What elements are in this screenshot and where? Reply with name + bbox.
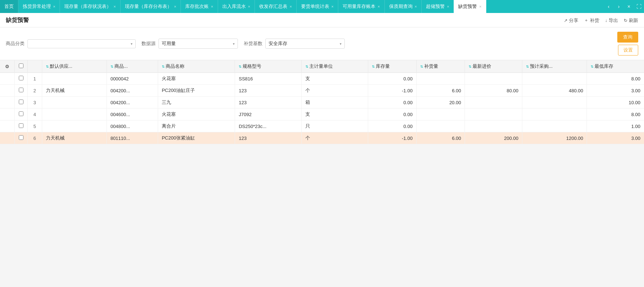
- settings-button[interactable]: 设置: [618, 45, 638, 56]
- tab-available-ledger[interactable]: 可用量库存账本 ×: [338, 0, 384, 13]
- tab-expiry[interactable]: 保质期查询 ×: [385, 0, 422, 13]
- refresh-label: 刷新: [629, 17, 638, 24]
- tab-next-button[interactable]: ›: [614, 0, 624, 13]
- row-checkbox[interactable]: [19, 123, 23, 128]
- tab-fullscreen-button[interactable]: ⛶: [634, 0, 644, 13]
- tab-bar: 首页拣货异常处理 ×现存量（库存状况表） ×现存量（库存分布表） ×库存批次账 …: [0, 0, 644, 13]
- table-cell: J7092: [235, 109, 302, 120]
- table-cell: [522, 97, 587, 109]
- th-code: ⇅商品...: [106, 60, 158, 73]
- page-title: 缺货预警: [6, 17, 29, 24]
- table-row: 4004600...火花塞J7092支0.008.00: [0, 109, 644, 120]
- th-min-stock-label: 最低库存: [595, 63, 613, 69]
- table-cell: [0, 109, 14, 120]
- datasource-filter-group: 数据源 可用量 ▾: [142, 39, 238, 49]
- tab-requisition[interactable]: 要货单统计表 ×: [297, 0, 338, 13]
- row-checkbox[interactable]: [19, 135, 23, 140]
- close-tab-requisition-icon[interactable]: ×: [331, 4, 334, 9]
- sort-replenish-icon: ⇅: [420, 65, 423, 69]
- replenish-label: 补货: [590, 17, 599, 24]
- table-cell: [416, 120, 465, 132]
- th-name: ⇅商品名称: [158, 60, 235, 73]
- close-tab-available-ledger-icon[interactable]: ×: [378, 4, 380, 9]
- th-latest-price: ⇅最新进价: [465, 60, 522, 73]
- export-action[interactable]: ↓ 导出: [605, 17, 618, 24]
- page-container: 缺货预警 ↗ 分享 ＋ 补货 ↓ 导出 ↻ 刷新 商品分类: [0, 13, 644, 144]
- refresh-action[interactable]: ↻ 刷新: [624, 17, 638, 24]
- th-stock-label: 库存量: [376, 63, 390, 69]
- close-tab-inventory-dist-icon[interactable]: ×: [174, 4, 176, 9]
- table-row: 3004200...三九123箱0.0020.0010.00: [0, 97, 644, 109]
- query-button[interactable]: 查询: [617, 32, 638, 43]
- sort-min-icon: ⇅: [591, 65, 593, 69]
- close-tab-overstock-icon[interactable]: ×: [447, 4, 449, 9]
- datasource-chevron-icon: ▾: [233, 42, 235, 46]
- table-cell: 0.00: [368, 109, 416, 120]
- table-cell: 20.00: [416, 97, 465, 109]
- sort-est-icon: ⇅: [526, 65, 529, 69]
- th-gear[interactable]: ⚙: [0, 60, 14, 73]
- tab-batch-account[interactable]: 库存批次账 ×: [181, 0, 218, 13]
- table-cell: 123: [235, 132, 302, 144]
- share-action[interactable]: ↗ 分享: [564, 17, 578, 24]
- table-cell: [42, 97, 106, 109]
- table-cell: 4: [27, 109, 42, 120]
- th-replenish: ⇅补货量: [416, 60, 465, 73]
- table-cell: 123: [235, 85, 302, 97]
- th-checkbox: [14, 60, 27, 73]
- table-cell: PC200张紧油缸: [158, 132, 235, 144]
- th-unit: ⇅主计量单位: [302, 60, 368, 73]
- close-tab-collection-icon[interactable]: ×: [290, 4, 292, 9]
- replenish-base-select[interactable]: 安全库存 ▾: [265, 39, 345, 49]
- row-checkbox[interactable]: [19, 111, 23, 116]
- tab-close-button[interactable]: ×: [624, 0, 634, 13]
- table-cell: -1.00: [368, 85, 416, 97]
- tab-flow[interactable]: 出入库流水 ×: [218, 0, 255, 13]
- table-cell: [0, 85, 14, 97]
- filter-right-actions: 查询 设置: [617, 32, 638, 56]
- tab-exception[interactable]: 拣货异常处理 ×: [18, 0, 60, 13]
- table-cell: 004800...: [106, 120, 158, 132]
- category-select[interactable]: ▾: [27, 39, 136, 48]
- table-cell: 0.00: [368, 97, 416, 109]
- close-tab-flow-icon[interactable]: ×: [248, 4, 250, 9]
- table-cell: [522, 73, 587, 85]
- table-cell: [465, 73, 522, 85]
- tab-shortage[interactable]: 缺货预警 ×: [454, 0, 486, 13]
- th-supplier: ⇅默认供应...: [42, 60, 106, 73]
- replenish-action[interactable]: ＋ 补货: [584, 17, 599, 24]
- th-supplier-label: 默认供应...: [50, 63, 73, 69]
- th-spec: ⇅规格型号: [235, 60, 302, 73]
- table-cell: 200.00: [465, 132, 522, 144]
- row-checkbox[interactable]: [19, 100, 23, 104]
- sort-supplier-icon: ⇅: [46, 65, 49, 69]
- table-cell: [42, 109, 106, 120]
- tab-prev-button[interactable]: ‹: [604, 0, 614, 13]
- close-tab-shortage-icon[interactable]: ×: [479, 4, 481, 9]
- sort-unit-icon: ⇅: [305, 65, 308, 69]
- tab-inventory-dist[interactable]: 现存量（库存分布表） ×: [121, 0, 181, 13]
- table-cell: 5: [27, 120, 42, 132]
- close-tab-inventory-status-icon[interactable]: ×: [113, 4, 116, 9]
- table-cell: [522, 109, 587, 120]
- table-cell: 1: [27, 73, 42, 85]
- close-tab-expiry-icon[interactable]: ×: [415, 4, 417, 9]
- datasource-select[interactable]: 可用量 ▾: [158, 39, 238, 49]
- row-checkbox[interactable]: [19, 76, 23, 80]
- th-num: [27, 60, 42, 73]
- replenish-base-chevron-icon: ▾: [340, 42, 341, 46]
- table-cell: -1.00: [368, 132, 416, 144]
- row-checkbox[interactable]: [19, 88, 23, 92]
- tab-inventory-status[interactable]: 现存量（库存状况表） ×: [60, 0, 120, 13]
- table-cell: 3.00: [587, 132, 644, 144]
- page-header: 缺货预警 ↗ 分享 ＋ 补货 ↓ 导出 ↻ 刷新: [0, 13, 644, 27]
- select-all-checkbox[interactable]: [19, 63, 23, 68]
- tab-overstock[interactable]: 超储预警 ×: [422, 0, 454, 13]
- close-tab-exception-icon[interactable]: ×: [53, 4, 55, 9]
- table-cell: [42, 73, 106, 85]
- table-cell: 10.00: [587, 97, 644, 109]
- table-cell: [0, 73, 14, 85]
- tab-collection[interactable]: 收发存汇总表 ×: [255, 0, 296, 13]
- close-tab-batch-account-icon[interactable]: ×: [211, 4, 213, 9]
- tab-home[interactable]: 首页: [0, 0, 18, 13]
